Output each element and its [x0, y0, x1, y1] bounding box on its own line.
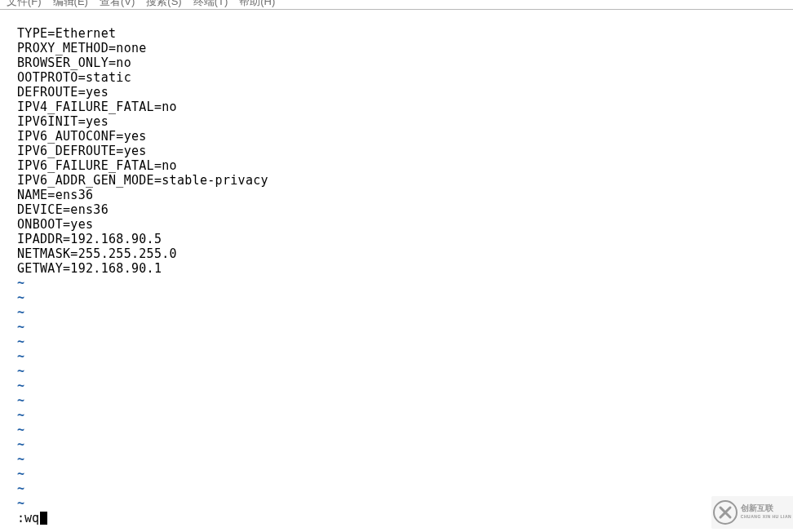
- config-line: IPV6INIT=yes: [17, 114, 109, 129]
- empty-line-tilde: ~: [17, 320, 24, 335]
- text-cursor: [40, 512, 47, 525]
- menu-file[interactable]: 文件(F): [7, 0, 42, 7]
- menu-help[interactable]: 帮助(H): [239, 0, 275, 7]
- config-line: IPV6_ADDR_GEN_MODE=stable-privacy: [17, 173, 268, 188]
- watermark-logo: 创新互联 CHUANG XIN HU LIAN: [711, 496, 793, 529]
- empty-line-tilde: ~: [17, 349, 24, 364]
- menu-view[interactable]: 查看(V): [100, 0, 135, 7]
- empty-line-tilde: ~: [17, 290, 24, 305]
- empty-line-tilde: ~: [17, 496, 24, 511]
- config-line: IPV6_DEFROUTE=yes: [17, 144, 147, 158]
- config-line: IPV6_AUTOCONF=yes: [17, 129, 147, 144]
- empty-line-tilde: ~: [17, 379, 24, 393]
- editor-viewport[interactable]: TYPE=Ethernet PROXY_METHOD=none BROWSER_…: [0, 10, 793, 512]
- config-line: BROWSER_ONLY=no: [17, 55, 131, 70]
- empty-line-tilde: ~: [17, 364, 24, 379]
- config-line: ONBOOT=yes: [17, 217, 93, 232]
- menu-search[interactable]: 搜索(S): [146, 0, 181, 7]
- menubar: 文件(F) 编辑(E) 查看(V) 搜索(S) 终端(T) 帮助(H): [0, 0, 793, 10]
- empty-line-tilde: ~: [17, 408, 24, 423]
- config-line: OOTPROTO=static: [17, 70, 131, 85]
- brand-x-icon: [713, 500, 738, 525]
- command-prompt: :: [17, 511, 24, 525]
- empty-line-tilde: ~: [17, 423, 24, 437]
- config-line: PROXY_METHOD=none: [17, 41, 147, 55]
- vim-command-line[interactable]: :wq: [17, 511, 47, 525]
- empty-line-tilde: ~: [17, 305, 24, 320]
- empty-line-tilde: ~: [17, 335, 24, 349]
- empty-line-tilde: ~: [17, 393, 24, 408]
- empty-line-tilde: ~: [17, 452, 24, 467]
- empty-line-tilde: ~: [17, 467, 24, 481]
- menu-edit[interactable]: 编辑(E): [53, 0, 88, 7]
- config-line: DEFROUTE=yes: [17, 85, 109, 100]
- config-line: DEVICE=ens36: [17, 202, 109, 217]
- config-line: NAME=ens36: [17, 188, 93, 202]
- config-line: IPV4_FAILURE_FATAL=no: [17, 100, 177, 114]
- config-line: IPV6_FAILURE_FATAL=no: [17, 158, 177, 173]
- empty-line-tilde: ~: [17, 276, 24, 290]
- empty-line-tilde: ~: [17, 481, 24, 496]
- command-text: wq: [24, 511, 39, 525]
- brand-text: 创新互联 CHUANG XIN HU LIAN: [741, 503, 791, 521]
- config-line: TYPE=Ethernet: [17, 26, 116, 41]
- empty-line-tilde: ~: [17, 437, 24, 452]
- menu-terminal[interactable]: 终端(T): [193, 0, 228, 7]
- config-line: NETMASK=255.255.255.0: [17, 246, 177, 261]
- config-line: IPADDR=192.168.90.5: [17, 232, 162, 246]
- config-line: GETWAY=192.168.90.1: [17, 261, 162, 276]
